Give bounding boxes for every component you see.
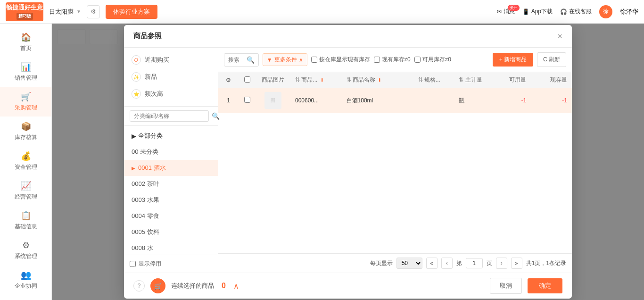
category-item-active[interactable]: ▶ 0001 酒水 <box>124 160 218 176</box>
new-icon: ✨ <box>132 72 141 82</box>
select-all-checkbox[interactable] <box>244 76 250 83</box>
per-page-label: 每页显示 <box>370 259 393 267</box>
category-item[interactable]: 0008 水 <box>124 240 218 255</box>
sidebar-item-inventory[interactable]: 📦 库存核算 <box>0 117 51 146</box>
logo-text: 畅捷通好生意 <box>6 3 43 12</box>
add-product-btn[interactable]: + 新增商品 <box>493 53 533 67</box>
product-modal: 商品参照 × ⏱ 近期购买 ✨ 新 <box>124 25 572 299</box>
sidebar-item-purchase[interactable]: 🛒 采购管理 <box>0 87 51 117</box>
sort-active-icon: ⬆ <box>378 77 381 83</box>
settings-icon[interactable]: ⚙ <box>87 5 100 18</box>
store-name: 日太阳膜 <box>49 8 74 16</box>
cart-btn[interactable]: 🛒 <box>150 278 165 293</box>
toolbar: 🔍 ▼ 更多条件 ∧ 按仓库显示现有库存 <box>218 48 572 72</box>
page-input[interactable] <box>466 258 483 268</box>
last-page-btn[interactable]: » <box>511 258 522 269</box>
col-header-stock[interactable]: 现存量 <box>531 72 572 88</box>
right-panel: 🔍 ▼ 更多条件 ∧ 按仓库显示现有库存 <box>218 48 572 273</box>
col-header-unit[interactable]: ⇅ 主计量 <box>454 72 490 88</box>
category-label: 00 未分类 <box>132 148 158 156</box>
sidebar-item-label: 基础信息 <box>15 223 37 231</box>
row-checkbox[interactable] <box>244 97 250 103</box>
refresh-btn[interactable]: C 刷新 <box>537 52 566 67</box>
modal-footer: ? 🛒 连续选择的商品 0 ∧ 取消 确定 <box>124 273 572 299</box>
chevron-right-icon: ▶ <box>132 166 135 171</box>
store-selector[interactable]: 日太阳膜 ▼ <box>49 8 81 16</box>
col-header-check <box>239 72 256 88</box>
display-disabled-area: 显示停用 <box>124 255 218 273</box>
sidebar-item-label: 经营管理 <box>15 193 37 201</box>
col-header-spec[interactable]: ⇅ 规格... <box>413 72 454 88</box>
app-download-btn[interactable]: 📱 App下载 <box>522 8 553 16</box>
settings-table-icon[interactable]: ⚙ <box>226 77 231 83</box>
category-item[interactable]: 0003 水果 <box>124 192 218 208</box>
col-code-label: 商品... <box>301 76 317 83</box>
prev-page-btn[interactable]: ‹ <box>441 258 453 269</box>
avatar[interactable]: 徐 <box>599 5 612 18</box>
product-img: 图 <box>264 92 281 109</box>
left-panel-tabs: ⏱ 近期购买 ✨ 新品 ⭐ 频次高 <box>124 48 218 107</box>
col-header-seq: ⚙ <box>218 72 239 88</box>
messages-btn[interactable]: ✉ 消息 99+ <box>497 8 515 16</box>
sidebar-item-sales[interactable]: 📊 销售管理 <box>0 57 51 87</box>
category-label: 0008 水 <box>132 244 153 252</box>
col-header-avail[interactable]: 可用量 <box>490 72 531 88</box>
filter-btn[interactable]: ▼ 更多条件 ∧ <box>263 53 307 66</box>
checkbox-stock-nonzero: 现有库存≠0 <box>374 56 411 64</box>
sidebar: 🏠 首页 📊 销售管理 🛒 采购管理 📦 库存核算 💰 资金管理 📈 经营管理 … <box>0 24 52 300</box>
avail-nonzero-checkbox[interactable] <box>414 57 421 63</box>
filter-label: 更多条件 <box>274 56 297 64</box>
sidebar-item-label: 采购管理 <box>15 104 37 112</box>
col-header-name[interactable]: ⇅ 商品名称 ⬆ <box>342 72 413 88</box>
system-icon: ⚙ <box>22 240 30 250</box>
warehouse-label: 按仓库显示现有库存 <box>319 56 370 64</box>
category-item[interactable]: 0005 饮料 <box>124 224 218 240</box>
help-icon[interactable]: ? <box>133 280 145 292</box>
stock-nonzero-checkbox[interactable] <box>374 57 380 63</box>
display-disabled-checkbox[interactable] <box>130 261 136 267</box>
message-icon: ✉ <box>497 8 502 15</box>
sidebar-item-basic-info[interactable]: 📋 基础信息 <box>0 206 51 235</box>
username: 徐泽华 <box>620 8 638 16</box>
modal-header: 商品参照 × <box>124 25 572 48</box>
tab-recent-purchase[interactable]: ⏱ 近期购买 <box>124 51 218 68</box>
tab-new-products[interactable]: ✨ 新品 <box>124 68 218 85</box>
collapse-icon[interactable]: ∧ <box>233 282 239 291</box>
td-seq: 1 <box>218 88 239 113</box>
sidebar-item-system[interactable]: ⚙ 系统管理 <box>0 235 51 265</box>
product-search-input[interactable] <box>224 54 243 66</box>
headset-icon: 🎧 <box>560 8 567 15</box>
sidebar-item-operations[interactable]: 📈 经营管理 <box>0 176 51 206</box>
cancel-btn[interactable]: 取消 <box>490 278 522 294</box>
table-row[interactable]: 1 图 000 <box>218 88 572 113</box>
sidebar-item-home[interactable]: 🏠 首页 <box>0 27 51 57</box>
first-page-btn[interactable]: « <box>426 258 438 269</box>
category-item[interactable]: 0004 零食 <box>124 208 218 224</box>
selected-label: 连续选择的商品 <box>171 282 214 290</box>
sidebar-item-collab[interactable]: 👥 企业协同 <box>0 265 51 295</box>
col-header-code[interactable]: ⇅ 商品... ⬆ <box>290 72 342 88</box>
warehouse-checkbox[interactable] <box>311 57 317 63</box>
sidebar-item-guide[interactable]: 🔰 新手引导 <box>0 295 51 300</box>
modal-close-btn[interactable]: × <box>557 32 562 41</box>
logo[interactable]: 畅捷通好生意 精巧版 <box>6 2 43 21</box>
service-btn[interactable]: 🎧 在线客服 <box>560 8 592 16</box>
sort-icon: ⇅ <box>418 76 423 83</box>
category-list: ▶ 全部分类 00 未分类 ▶ 0001 酒水 0002 茶 <box>124 126 218 255</box>
tab-frequent[interactable]: ⭐ 频次高 <box>124 85 218 102</box>
category-all-header[interactable]: ▶ 全部分类 <box>124 128 218 144</box>
stock-nonzero-label: 现有库存≠0 <box>382 56 411 64</box>
td-name: 白酒100ml <box>342 88 413 113</box>
product-code: 000600... <box>295 97 319 104</box>
trial-btn[interactable]: 体验行业方案 <box>106 5 157 19</box>
product-name: 白酒100ml <box>347 97 373 104</box>
category-item[interactable]: 0002 茶叶 <box>124 176 218 192</box>
product-search-btn[interactable]: 🔍 <box>243 54 258 66</box>
category-item[interactable]: 00 未分类 <box>124 144 218 160</box>
confirm-btn[interactable]: 确定 <box>528 278 562 293</box>
category-label: 0003 水果 <box>132 196 159 204</box>
sidebar-item-finance[interactable]: 💰 资金管理 <box>0 146 51 176</box>
category-search-input[interactable] <box>130 110 209 122</box>
next-page-btn[interactable]: › <box>496 258 507 269</box>
per-page-select[interactable]: 50 10 20 100 <box>396 258 422 269</box>
